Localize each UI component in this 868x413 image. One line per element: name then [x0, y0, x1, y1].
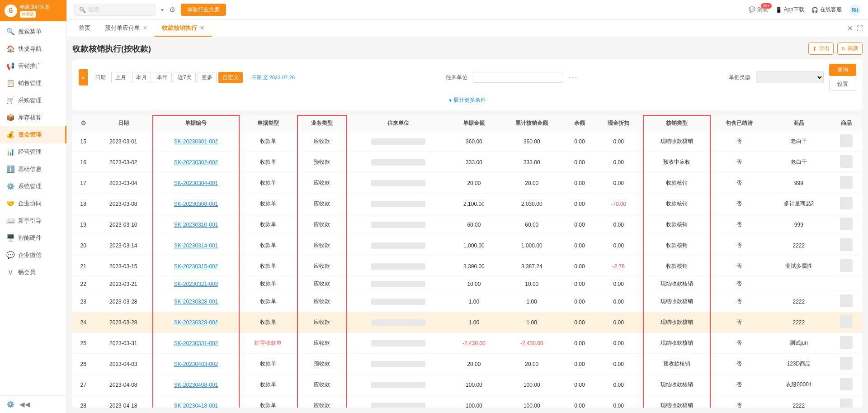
- maximize-icon[interactable]: ⛶: [857, 24, 863, 32]
- refresh-button[interactable]: ↻ 刷新: [837, 43, 863, 55]
- cell-voucher-no[interactable]: SK-20230331-002: [153, 333, 239, 354]
- page-title: 收款核销执行(按收款): [72, 43, 151, 54]
- cell-include-settled: 否: [710, 194, 768, 214]
- online-service-button[interactable]: 🎧 在线客服: [811, 6, 842, 14]
- cell-partner: [347, 152, 449, 173]
- last-month-btn[interactable]: 上月: [111, 72, 130, 83]
- sidebar-item-purchase[interactable]: 🛒 采购管理: [0, 92, 66, 109]
- table-row: 24 2023-03-28 SK-20230328-002 收款单 应收款 1.…: [72, 312, 863, 333]
- tab-prepay[interactable]: 预付单应付单 ✕: [98, 20, 155, 37]
- collapse-icon[interactable]: ◀◀: [19, 400, 30, 408]
- cell-no: 28: [72, 395, 94, 408]
- filter-toggle-btn[interactable]: »: [79, 69, 88, 85]
- page-header: 收款核销执行(按收款) ⬆ 导出 ↻ 刷新: [72, 43, 863, 55]
- last-7days-btn[interactable]: 近7天: [174, 72, 196, 83]
- sidebar-item-guide[interactable]: 📖 新手引导: [0, 212, 66, 229]
- app-download-button[interactable]: 📱 App下载: [775, 6, 804, 14]
- voucher-type-select[interactable]: [756, 71, 824, 83]
- cell-voucher-no[interactable]: SK-20230328-001: [153, 291, 239, 312]
- th-goods: 商品: [768, 115, 830, 131]
- sidebar-item-search[interactable]: 🔍 搜索菜单: [0, 23, 66, 40]
- sidebar-item-corp[interactable]: 🤝 企业协同: [0, 195, 66, 212]
- cell-cash-discount: 0.00: [594, 173, 643, 194]
- cell-cancel-type: 现结收款核销: [643, 291, 711, 312]
- refresh-icon: ↻: [841, 46, 846, 52]
- user-avatar[interactable]: Rit: [849, 4, 861, 16]
- cell-biz-type: 应收款: [297, 194, 347, 214]
- partner-input[interactable]: [473, 72, 563, 83]
- sidebar-item-system[interactable]: ⚙️ 系统管理: [0, 178, 66, 195]
- system-icon: ⚙️: [6, 182, 14, 190]
- table-row: 21 2023-03-15 SK-20230315-002 收款单 应收款 3,…: [72, 256, 863, 277]
- cell-date: 2023-03-14: [94, 235, 153, 256]
- cell-cumulative: 3,387.24: [499, 256, 565, 277]
- close-tab-icon[interactable]: ✕: [847, 24, 853, 33]
- cell-voucher-no[interactable]: SK-20230301-002: [153, 131, 239, 152]
- cell-no: 21: [72, 256, 94, 277]
- sidebar-item-operation[interactable]: 📊 经营管理: [0, 143, 66, 161]
- sidebar-item-finance[interactable]: 💰 资金管理: [0, 126, 66, 143]
- cell-voucher-no[interactable]: SK-20230321-003: [153, 277, 239, 291]
- this-month-btn[interactable]: 本月: [132, 72, 151, 83]
- sidebar-item-member[interactable]: V 畅会员: [0, 264, 66, 281]
- cell-voucher-no[interactable]: SK-20230310-001: [153, 214, 239, 235]
- blurred-partner: [371, 242, 425, 249]
- expand-more-btn[interactable]: ▾ 展开更多条件: [447, 95, 488, 106]
- cell-voucher-no[interactable]: SK-20230315-002: [153, 256, 239, 277]
- tab-home[interactable]: 首页: [71, 20, 98, 37]
- cell-date: 2023-03-10: [94, 214, 153, 235]
- settings-filter-button[interactable]: 设置: [829, 78, 856, 91]
- cell-voucher-no[interactable]: SK-20230314-001: [153, 235, 239, 256]
- tab-close-prepay[interactable]: ✕: [143, 25, 147, 31]
- cell-goods: 123D商品: [768, 354, 830, 375]
- hardware-icon: 🖥️: [6, 234, 14, 242]
- th-settings[interactable]: ⚙: [72, 115, 94, 131]
- query-button[interactable]: 查询: [829, 64, 856, 76]
- tab-close-collection[interactable]: ✕: [200, 25, 204, 31]
- topbar-search[interactable]: 🔍 搜索: [74, 4, 156, 16]
- cell-balance: 0.00: [565, 333, 594, 354]
- cell-include-settled: 否: [710, 291, 768, 312]
- cell-voucher-no[interactable]: SK-20230304-001: [153, 173, 239, 194]
- cell-cumulative: 100.00: [499, 375, 565, 395]
- cell-include-settled: 否: [710, 152, 768, 173]
- sidebar-item-wechat[interactable]: 💬 企业微信: [0, 247, 66, 264]
- topbar-dropdown-icon[interactable]: ▾: [161, 7, 164, 13]
- cell-voucher-no[interactable]: SK-20230408-001: [153, 375, 239, 395]
- tab-collection[interactable]: 收款核销执行 ✕: [155, 20, 212, 37]
- search-icon: 🔍: [6, 28, 14, 36]
- notification-icon: 💬: [749, 6, 755, 13]
- more-date-btn[interactable]: 更多: [198, 72, 217, 83]
- sidebar-item-hardware[interactable]: 🖥️ 智能硬件: [0, 229, 66, 247]
- cell-voucher-no[interactable]: SK-20230403-002: [153, 354, 239, 375]
- notification-badge: 99+: [761, 3, 771, 9]
- this-year-btn[interactable]: 本年: [153, 72, 172, 83]
- cell-cumulative: 333.00: [499, 152, 565, 173]
- th-cancel-type: 核销类型: [643, 115, 711, 131]
- sidebar-item-basic[interactable]: ℹ️ 基础信息: [0, 161, 66, 178]
- settings-bottom-icon[interactable]: ⚙️: [6, 400, 15, 408]
- sidebar-logo: 6 畅康道好生意 标准版: [0, 0, 66, 21]
- industry-solution-button[interactable]: 体验行业方案: [181, 4, 226, 16]
- cell-voucher-no[interactable]: SK-20230418-001: [153, 395, 239, 408]
- cell-goods: 2222: [768, 291, 830, 312]
- custom-date-btn[interactable]: 自定义: [218, 72, 243, 83]
- sidebar-item-marketing[interactable]: 📢 营销推广: [0, 57, 66, 75]
- table-header-row: ⚙ 日期 单据编号 单据类型 业务类型 往来单位 单据金额 累计核销金额 余额 …: [72, 115, 863, 131]
- cell-voucher-no[interactable]: SK-20230308-001: [153, 194, 239, 214]
- topbar-gear-icon[interactable]: ⚙: [169, 5, 175, 14]
- export-button[interactable]: ⬆ 导出: [808, 43, 834, 55]
- cell-voucher-no[interactable]: SK-20230328-002: [153, 312, 239, 333]
- cell-voucher-no[interactable]: SK-20230302-002: [153, 152, 239, 173]
- filter-date-buttons: 上月 本月 本年 近7天 更多 自定义: [111, 72, 243, 83]
- notification-button[interactable]: 💬 消息 99+: [749, 6, 768, 14]
- sidebar-item-quicknav[interactable]: 🏠 快捷导航: [0, 40, 66, 57]
- sidebar-item-sales[interactable]: 📋 销售管理: [0, 75, 66, 92]
- cell-include-settled: 否: [710, 214, 768, 235]
- sidebar-item-inventory[interactable]: 📦 库存核算: [0, 109, 66, 126]
- column-settings-icon[interactable]: ⚙: [80, 119, 86, 127]
- cell-balance: 0.00: [565, 256, 594, 277]
- cell-balance: 0.00: [565, 354, 594, 375]
- headset-icon: 🎧: [811, 7, 818, 13]
- cell-include-settled: 否: [710, 277, 768, 291]
